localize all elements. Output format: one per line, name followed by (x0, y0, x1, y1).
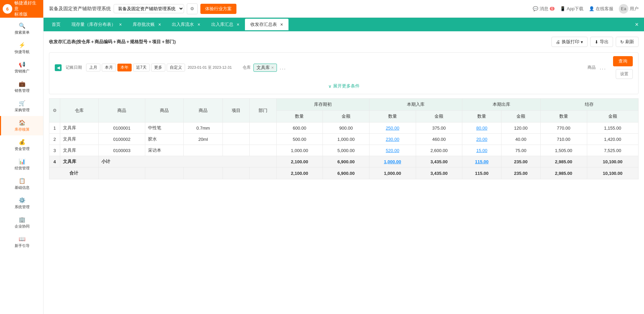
total-out-amt: 235.00 (501, 167, 541, 179)
filter-settings-button[interactable]: 设置 (616, 69, 633, 79)
gear-icon: ⚙ (190, 6, 194, 11)
sidebar-item-business[interactable]: 📊 经营管理 (0, 155, 43, 174)
sidebar-item-label: 资金管理 (15, 146, 30, 151)
table-row: 1 文具库 0100001 中性笔 0.7mm 600.00 900.00 25… (49, 122, 639, 134)
app-download-button[interactable]: 📱 App下载 (560, 6, 583, 12)
tab-label: 出入库汇总 (211, 21, 233, 28)
data-table: ⚙ 仓库 商品 商品 商品 项目 部门 库存期初 本期入库 本期出库 结存 (49, 98, 639, 179)
sidebar-item-guide[interactable]: 📖 新手引导 (0, 232, 43, 252)
total-dept (249, 167, 276, 179)
sidebar-item-inventory[interactable]: 🏠 库存核算 (0, 116, 43, 135)
row-close-amt: 7,525.00 (587, 145, 638, 156)
sidebar-item-search[interactable]: 🔍 搜索菜单 (0, 19, 43, 38)
tab-close-inout-summary[interactable]: × (237, 22, 240, 27)
tab-inout-flow[interactable]: 出入库流水 × (166, 19, 205, 30)
total-in-qty: 1,000.00 (369, 167, 416, 179)
row-in-amt: 2,600.00 (416, 145, 462, 156)
date-btn-custom[interactable]: 自定义 (167, 64, 185, 71)
tab-close-inout-flow[interactable]: × (197, 22, 200, 27)
date-btn-more[interactable]: 更多 (151, 64, 165, 71)
date-range-text: 2023-01-01 至 2023-12-31 (188, 65, 232, 70)
print-button[interactable]: 🖨 换版打印 ▾ (551, 37, 588, 47)
online-service-button[interactable]: 👤 在线客服 (589, 6, 613, 12)
subtotal-open-amt: 6,900.00 (323, 156, 369, 167)
goods-name-col-header: 商品 (145, 99, 183, 122)
date-btn-this-year[interactable]: 本年 (117, 64, 132, 71)
expand-more-button[interactable]: ∨ 展开更多条件 (328, 83, 360, 89)
date-btn-this-month[interactable]: 本月 (102, 64, 116, 71)
table-settings-gear-icon[interactable]: ⚙ (53, 108, 57, 113)
in-amt-header: 金额 (416, 111, 462, 122)
goods-more-dots[interactable]: ... (600, 65, 606, 71)
tab-close-recv-summary[interactable]: × (280, 22, 283, 27)
sidebar-item-sales[interactable]: 💼 销售管理 (0, 77, 43, 97)
row-dept (249, 134, 276, 145)
goods-label: 商品 (588, 65, 596, 70)
message-button[interactable]: 💬 消息 6 (533, 6, 555, 12)
warehouse-filter: 仓库 文具库 × ... (243, 64, 286, 72)
warehouse-tag: 文具库 × (253, 64, 277, 72)
chevron-down-icon: ▾ (581, 39, 583, 45)
row-out-amt: 40.00 (501, 134, 541, 145)
system-icon: ⚙️ (19, 197, 26, 203)
tab-recv-summary[interactable]: 收发存汇总表 × (245, 19, 288, 30)
sidebar: 6 畅捷通好生意 标准版 🔍 搜索菜单 ⚡ 快捷导航 📢 营销推广 💼 销售管理… (0, 0, 44, 314)
sidebar-item-quick[interactable]: ⚡ 快捷导航 (0, 38, 43, 58)
row-no: 1 (49, 122, 60, 134)
tab-close-batch[interactable]: × (158, 22, 161, 27)
row-goods-name: 中性笔 (145, 122, 183, 134)
row-goods-spec (184, 145, 223, 156)
warehouse-more-dots[interactable]: ... (280, 65, 286, 71)
row-in-qty: 520.00 (369, 145, 416, 156)
sidebar-item-label: 销售管理 (15, 88, 30, 93)
settings-gear-button[interactable]: ⚙ (187, 3, 198, 14)
subtotal-no: 4 (49, 156, 60, 167)
sidebar-item-label: 经营管理 (15, 166, 30, 171)
close-all-tabs-button[interactable]: × (632, 21, 641, 28)
user-avatar[interactable]: Ea 用户 (619, 4, 639, 14)
sidebar-item-system[interactable]: ⚙️ 系统管理 (0, 194, 43, 213)
inbound-group-header: 本期入库 (369, 99, 462, 111)
tab-home[interactable]: 首页 (46, 19, 66, 30)
date-btn-last-month[interactable]: 上月 (86, 64, 100, 71)
total-project (222, 167, 249, 179)
tab-inout-summary[interactable]: 出入库汇总 × (206, 19, 245, 30)
trial-button[interactable]: 体验行业方案 (200, 4, 236, 14)
warehouse-tag-remove[interactable]: × (271, 65, 274, 70)
system-select[interactable]: 装备及固定资产辅助管理系统 (114, 4, 184, 13)
tab-batch[interactable]: 库存批次账 × (127, 19, 166, 30)
total-label-cell: 合计 (49, 167, 99, 179)
sidebar-item-marketing[interactable]: 📢 营销推广 (0, 58, 43, 77)
subtotal-open-qty: 2,100.00 (276, 156, 323, 167)
sidebar-item-finance[interactable]: 💰 资金管理 (0, 135, 43, 155)
total-goods-code (99, 167, 145, 179)
row-open-amt: 1,000.00 (323, 134, 369, 145)
query-button[interactable]: 查询 (613, 56, 633, 66)
sidebar-item-label: 营销推广 (15, 69, 30, 74)
tab-label: 收发存汇总表 (250, 21, 277, 28)
tab-label: 出入库流水 (172, 21, 194, 28)
export-button[interactable]: ⬇ 导出 (590, 37, 613, 47)
table-settings-header: ⚙ (49, 99, 60, 122)
sidebar-item-enterprise[interactable]: 🏢 企业协同 (0, 213, 43, 232)
logo-icon: 6 (3, 4, 12, 14)
basic-icon: 📋 (19, 178, 26, 184)
business-icon: 📊 (19, 158, 26, 165)
refresh-button[interactable]: ↻ 刷新 (616, 37, 639, 47)
date-btn-7days[interactable]: 近7天 (133, 64, 150, 71)
row-open-qty: 600.00 (276, 122, 323, 134)
goods-spec-col-header: 商品 (184, 99, 223, 122)
right-actions: 查询 设置 (613, 56, 633, 79)
row-close-amt: 1,420.00 (587, 134, 638, 145)
tab-stock-dist[interactable]: 现存量（库存分布表） × (66, 19, 127, 30)
filter-collapse-button[interactable]: ◀ (55, 64, 62, 71)
row-out-qty: 80.00 (462, 122, 501, 134)
sidebar-item-basic[interactable]: 📋 基础信息 (0, 174, 43, 194)
topbar-right: 💬 消息 6 📱 App下载 👤 在线客服 Ea 用户 (533, 4, 639, 14)
row-open-amt: 900.00 (323, 122, 369, 134)
row-no: 2 (49, 134, 60, 145)
chevron-down-icon: ∨ (328, 84, 332, 89)
tab-close-stock-dist[interactable]: × (119, 22, 122, 27)
sidebar-item-purchase[interactable]: 🛒 采购管理 (0, 97, 43, 116)
subtotal-in-qty: 1,000.00 (369, 156, 416, 167)
